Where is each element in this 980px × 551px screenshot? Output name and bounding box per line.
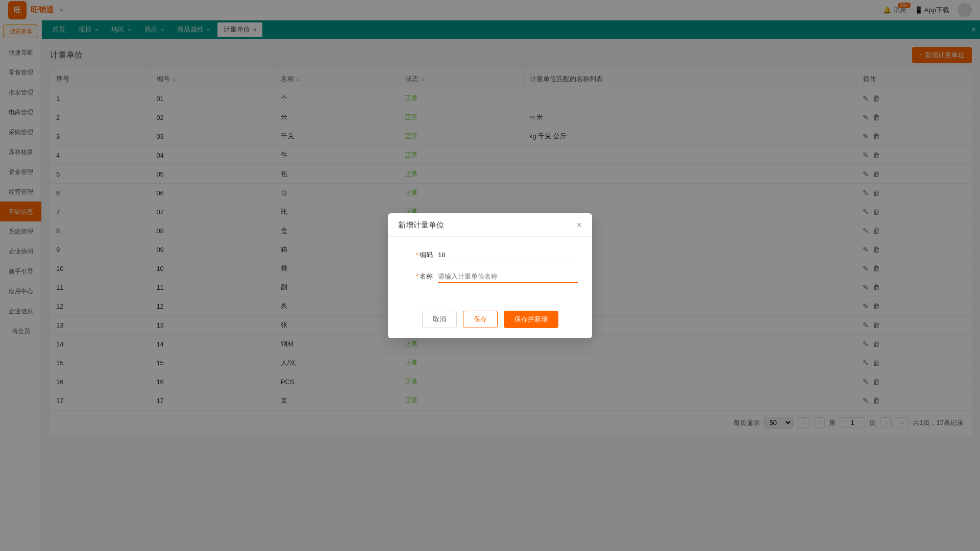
add-unit-dialog: 新增计量单位 × *编码 *名称 取消 保存 保存并新增 [388,213,592,338]
name-input[interactable] [438,270,578,283]
name-label: *名称 [402,272,433,281]
dialog-close-button[interactable]: × [576,220,582,230]
dialog-overlay[interactable]: 新增计量单位 × *编码 *名称 取消 保存 保存并新增 [0,0,980,551]
cancel-button[interactable]: 取消 [422,311,457,328]
required-star: * [416,251,419,259]
form-row-name: *名称 [402,270,578,283]
code-input[interactable] [438,249,578,261]
dialog-footer: 取消 保存 保存并新增 [388,305,592,338]
dialog-body: *编码 *名称 [388,237,592,305]
code-label: *编码 [402,251,433,260]
save-button[interactable]: 保存 [463,311,498,328]
dialog-header: 新增计量单位 × [388,213,592,237]
required-star: * [416,272,419,280]
form-row-code: *编码 [402,249,578,261]
dialog-title: 新增计量单位 [398,220,444,230]
save-and-new-button[interactable]: 保存并新增 [504,311,558,328]
